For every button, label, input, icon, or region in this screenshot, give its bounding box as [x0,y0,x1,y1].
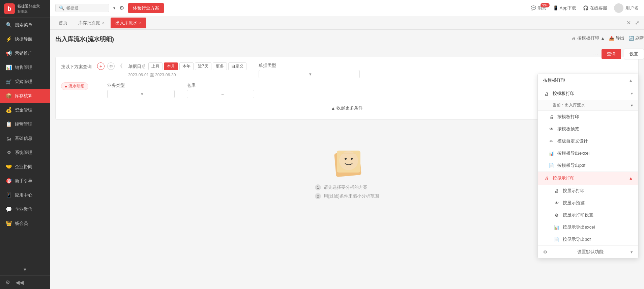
display-excel-label: 按显示导出excel [563,224,595,230]
warehouse-select[interactable]: ··· [187,90,254,98]
wechat-icon: 💬 [5,206,12,213]
dropdown-section-display-header[interactable]: 🖨 按显示打印 ▲ [538,172,638,185]
message-icon: 💬 [531,5,536,10]
display-excel-icon: 📊 [554,225,559,230]
dropdown-section-template: 🖨 按模板打印 ▾ 当前：出入库流水 ▾ 🖨 按模板打印 👁 按模板预览 [538,87,638,172]
dropdown-template-print[interactable]: 🖨 按模板打印 [538,111,638,123]
settings-icon[interactable]: ⚙ [5,279,10,286]
business-type-select[interactable]: ▾ [107,90,175,98]
sidebar-item-finance[interactable]: 💰 资金管理 [0,103,50,117]
voucher-type-label: 单据类型 [259,62,276,69]
more-icon[interactable]: ··· [592,51,599,57]
topbar-app-download[interactable]: 📱 App下载 [553,5,576,11]
topbar-user[interactable]: 用户名 [614,3,639,13]
dropdown-template-preview[interactable]: 👁 按模板预览 [538,123,638,135]
collapse-icon[interactable]: ◀◀ [16,279,24,286]
dropdown-template-export-pdf[interactable]: 📄 按模板导出pdf [538,159,638,172]
filter-main-label: 按以下方案查询 [61,62,92,70]
filter-add-button[interactable]: + [97,62,105,70]
logo-icon: b [4,3,15,14]
voucher-type-group: 单据类型 ▾ [259,62,360,78]
date-current-month[interactable]: 本月 [164,62,178,70]
tab-close-btn[interactable]: ✕ [626,19,632,27]
dropdown-footer[interactable]: ⚙ 设置默认功能 ▾ [538,246,638,258]
search-icon: 🔍 [5,22,12,28]
tab-flow-close[interactable]: × [139,21,142,25]
sidebar-item-operation[interactable]: 📋 经营管理 [0,117,50,131]
dropdown-display-print-settings[interactable]: ⚙ 按显示打印设置 [538,209,638,221]
date-7days[interactable]: 近7天 [195,62,211,70]
display-pdf-icon: 📄 [554,237,559,242]
trial-button[interactable]: 体验行业方案 [128,3,164,13]
dropdown-section-template-header[interactable]: 🖨 按模板打印 ▾ [538,87,638,100]
sidebar-item-sales[interactable]: 📊 销售管理 [0,60,50,75]
topbar-online-service[interactable]: 🎧 在线客服 [583,5,607,11]
date-year[interactable]: 本年 [179,62,194,70]
topbar-gear-icon[interactable]: ⚙ [119,5,124,11]
page-title: 出入库流水(流水明细) [55,35,639,43]
sidebar-scroll-down[interactable]: ▼ [21,265,29,274]
voucher-type-select[interactable]: ▾ [259,70,360,78]
dropdown-display-print[interactable]: 🖨 按显示打印 [538,185,638,197]
tab-batch[interactable]: 库存批次账 × [74,18,109,28]
topbar-dropdown-arrow[interactable]: ▾ [113,6,115,10]
sidebar-item-purchase[interactable]: 🛒 采购管理 [0,75,50,89]
finance-icon: 💰 [5,107,12,113]
template-preview-label: 按模板预览 [557,126,579,132]
refresh-label: 刷新 [635,35,644,41]
display-print-icon: 🖨 [554,188,559,193]
query-action-bar: ··· 查询 设置 [592,49,644,59]
current-item[interactable]: 当前：出入库流水 ▾ [538,100,638,111]
topbar-right: 💬 消息 99+ 📱 App下载 🎧 在线客服 用户名 [531,3,639,13]
date-custom[interactable]: 自定义 [228,62,246,70]
dropdown-display-export-pdf[interactable]: 📄 按显示导出pdf [538,233,638,245]
tab-maximize-btn[interactable]: ⤢ [634,19,640,27]
setting-button[interactable]: 设置 [624,49,644,59]
sidebar-logo: b 畅捷通好生意 标准版 [0,0,50,18]
dropdown-template-export-excel[interactable]: 📊 按模板导出excel [538,147,638,159]
sidebar-item-shortcut[interactable]: ⚡ 快捷导航 [0,32,50,46]
collapse-icon: ▲ [331,106,335,111]
sidebar-item-wechat[interactable]: 💬 企业微信 [0,202,50,216]
sidebar-item-appstore[interactable]: 📱 应用中心 [0,188,50,202]
date-prev-month[interactable]: 上月 [148,62,163,70]
filter-tag-flow[interactable]: ● 流水明细 [61,82,88,90]
display-settings-icon: ⚙ [554,212,559,218]
sidebar-item-inventory[interactable]: 📦 库存核算 [0,89,50,103]
dropdown-header-arrow[interactable]: ▲ [628,78,633,83]
search-input[interactable] [66,6,100,10]
tab-home[interactable]: 首页 [54,18,72,28]
tab-batch-close[interactable]: × [102,21,105,25]
empty-tip-1: 1 请先选择要分析的方案 [315,184,379,190]
filter-gear-button[interactable]: ⚙ [107,62,115,70]
sidebar-item-basic[interactable]: 🗂 基础信息 [0,131,50,146]
print-button[interactable]: 🖨 按模板打印 ▲ [572,35,605,41]
phone-icon: 📱 [553,5,558,10]
svg-point-4 [351,158,353,160]
sidebar-item-marketing[interactable]: 📢 营销推广 [0,46,50,60]
sidebar-item-enterprise[interactable]: 🤝 企业协同 [0,160,50,174]
template-section-label: 按模板打印 [553,90,631,97]
sidebar-item-system[interactable]: ⚙ 系统管理 [0,146,50,160]
sidebar-item-guide[interactable]: 🎯 新手引导 [0,174,50,188]
dropdown-display-preview[interactable]: 👁 按显示预览 [538,197,638,209]
export-icon: 📤 [609,36,614,41]
export-button[interactable]: 📤 导出 [609,35,624,41]
tab-flow[interactable]: 出入库流水 × [111,18,146,28]
sidebar-item-member[interactable]: 👑 畅会员 [0,216,50,231]
query-button[interactable]: 查询 [602,49,621,59]
refresh-button[interactable]: 🔄 刷新 [628,35,644,41]
filter-collapse-button[interactable]: 《 [117,63,123,70]
date-more[interactable]: 更多 [213,62,227,70]
appstore-icon: 📱 [5,192,12,199]
topbar-search-box[interactable]: 🔍 [55,4,109,12]
print-label: 按模板打印 [577,35,599,41]
refresh-icon: 🔄 [628,36,634,41]
dropdown-display-export-excel[interactable]: 📊 按显示导出excel [538,221,638,233]
app-label: App下载 [560,5,576,11]
dropdown-template-custom[interactable]: ✏ 模板自定义设计 [538,135,638,147]
sidebar-item-search[interactable]: 🔍 搜索菜单 [0,18,50,32]
sidebar-scroll: 🔍 搜索菜单 ⚡ 快捷导航 📢 营销推广 📊 销售管理 🛒 采购管理 📦 库存核… [0,18,50,264]
topbar-message[interactable]: 💬 消息 99+ [531,5,546,11]
guide-icon: 🎯 [5,178,12,184]
